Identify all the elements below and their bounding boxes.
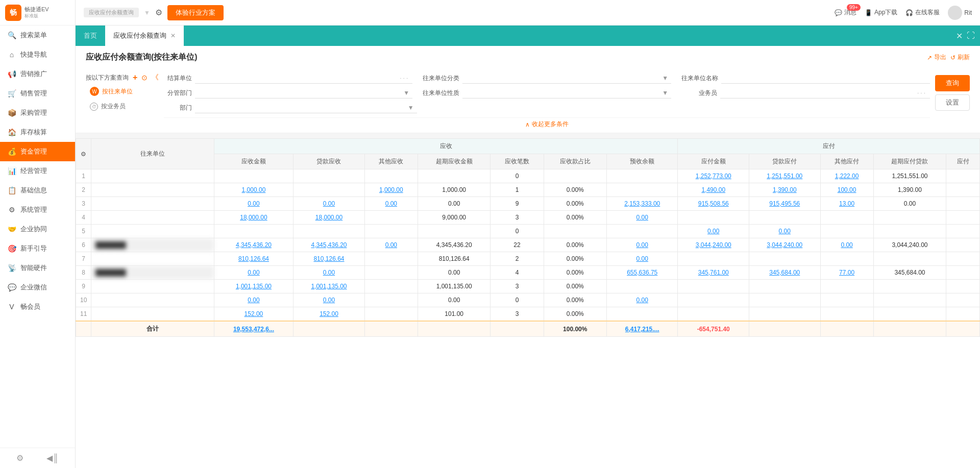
data-cell[interactable]: 152.00 <box>214 307 293 322</box>
data-cell[interactable]: 1,001,135.00 <box>293 280 365 293</box>
data-cell[interactable]: 345,761.00 <box>678 266 749 280</box>
data-cell[interactable]: 0.00 <box>749 225 821 238</box>
data-cell[interactable]: 915,495.56 <box>749 197 821 211</box>
data-cell[interactable]: 3,044,240.00 <box>749 238 821 252</box>
data-cell[interactable] <box>820 280 873 293</box>
add-scheme-icon[interactable]: + <box>133 73 137 82</box>
data-cell[interactable]: 0.00 <box>293 197 365 211</box>
data-cell[interactable] <box>364 225 418 238</box>
filter-scheme-icon[interactable]: ⊙ <box>141 73 148 82</box>
refresh-button[interactable]: ↺ 刷新 <box>950 53 970 62</box>
data-cell[interactable] <box>820 293 873 307</box>
sidebar-item-basic[interactable]: 📋基础信息 <box>0 181 75 200</box>
tab-arbalance[interactable]: 应收应付余额查询 ✕ <box>105 26 184 46</box>
sidebar-item-wechat[interactable]: 💬企业微信 <box>0 278 75 297</box>
collapse-more-btn[interactable]: ∧ 收起更多条件 <box>525 120 569 129</box>
online-service-button[interactable]: 🎧 在线客服 <box>905 8 940 17</box>
data-cell[interactable] <box>364 280 418 293</box>
tab-home[interactable]: 首页 <box>76 26 105 46</box>
data-cell[interactable] <box>364 169 418 183</box>
data-cell[interactable] <box>364 293 418 307</box>
data-cell[interactable]: 1,251,551.00 <box>749 169 821 183</box>
data-cell[interactable]: 18,000.00 <box>214 211 293 225</box>
field-unit-nature-select[interactable]: ▼ <box>462 88 671 98</box>
data-cell[interactable]: 0.00 <box>820 238 873 252</box>
data-cell[interactable] <box>678 252 749 266</box>
sidebar-item-marketing[interactable]: 📢营销推广 <box>0 64 75 84</box>
data-cell[interactable] <box>364 307 418 322</box>
data-cell[interactable]: 100.00 <box>820 183 873 197</box>
data-cell[interactable]: 915,508.56 <box>678 197 749 211</box>
data-cell[interactable]: 0.00 <box>606 211 678 225</box>
data-cell[interactable] <box>749 252 821 266</box>
sidebar-item-search[interactable]: 🔍搜索菜单 <box>0 26 75 45</box>
sidebar-item-collab[interactable]: 🤝企业协同 <box>0 219 75 239</box>
app-download-button[interactable]: 📱 App下载 <box>865 8 897 17</box>
data-cell[interactable]: 1,000.00 <box>214 183 293 197</box>
data-cell[interactable] <box>749 293 821 307</box>
data-cell[interactable] <box>820 211 873 225</box>
data-cell[interactable] <box>364 266 418 280</box>
settings-button[interactable]: 设置 <box>935 94 970 111</box>
data-cell[interactable]: 0.00 <box>214 293 293 307</box>
data-cell[interactable] <box>606 225 678 238</box>
field-dept-select[interactable]: ▼ <box>195 88 412 98</box>
data-cell[interactable]: 810,126.64 <box>293 252 365 266</box>
total-ar-amount[interactable]: 19,553,472,6... <box>214 321 293 337</box>
data-cell[interactable]: 655,636.75 <box>606 266 678 280</box>
export-button[interactable]: ↗ 导出 <box>927 53 946 62</box>
data-cell[interactable]: 152.00 <box>293 307 365 322</box>
data-cell[interactable]: 77.00 <box>820 266 873 280</box>
sidebar-item-vip[interactable]: V畅会员 <box>0 297 75 316</box>
data-cell[interactable]: 0.00 <box>293 266 365 280</box>
tab-close-icon[interactable]: ✕ <box>170 32 176 39</box>
data-cell[interactable]: 0.00 <box>606 293 678 307</box>
field-section-dept-select[interactable]: ▼ <box>195 103 416 113</box>
data-cell[interactable] <box>678 280 749 293</box>
sidebar-item-quicknav[interactable]: ⌂快捷导航 <box>0 45 75 64</box>
data-cell[interactable]: 1,222.00 <box>820 169 873 183</box>
data-cell[interactable] <box>749 307 821 322</box>
data-cell[interactable]: 0.00 <box>606 238 678 252</box>
data-cell[interactable] <box>606 307 678 322</box>
data-cell[interactable]: 1,001,135.00 <box>214 280 293 293</box>
data-cell[interactable]: 1,390.00 <box>749 183 821 197</box>
collapse-scheme-icon[interactable]: 《 <box>152 73 159 82</box>
data-cell[interactable] <box>678 211 749 225</box>
field-unit-category-select[interactable]: ▼ <box>462 73 671 84</box>
data-cell[interactable]: 18,000.00 <box>293 211 365 225</box>
sidebar-item-finance[interactable]: 💰资金管理 <box>0 142 75 161</box>
data-cell[interactable] <box>678 293 749 307</box>
collapse-bottom-icon[interactable]: ◀║ <box>46 453 58 463</box>
sidebar-item-system[interactable]: ⚙系统管理 <box>0 200 75 219</box>
data-cell[interactable]: 0.00 <box>293 293 365 307</box>
message-button[interactable]: 💬 消息 99+ <box>835 8 856 17</box>
data-cell[interactable] <box>293 225 365 238</box>
data-cell[interactable]: 0.00 <box>364 238 418 252</box>
method-by-unit[interactable]: W 按往来单位 <box>86 85 159 97</box>
sidebar-item-mgmt[interactable]: 📊经营管理 <box>0 161 75 181</box>
sidebar-item-purchase[interactable]: 📦采购管理 <box>0 103 75 122</box>
data-cell[interactable]: 0.00 <box>364 197 418 211</box>
tab-expand-icon[interactable]: ⛶ <box>967 31 975 40</box>
total-prepay[interactable]: 6,417,215.... <box>606 321 678 337</box>
table-gear-icon[interactable]: ⚙ <box>81 151 86 158</box>
field-unit-name-input[interactable] <box>721 73 930 84</box>
field-staff-input[interactable]: ··· <box>720 88 930 98</box>
data-cell[interactable]: 345,684.00 <box>749 266 821 280</box>
sidebar-item-warehouse[interactable]: 🏠库存核算 <box>0 122 75 142</box>
settings-bottom-icon[interactable]: ⚙ <box>16 453 23 463</box>
data-cell[interactable] <box>749 280 821 293</box>
header-gear-icon[interactable]: ⚙ <box>155 8 162 17</box>
data-cell[interactable] <box>749 211 821 225</box>
data-cell[interactable]: 3,044,240.00 <box>678 238 749 252</box>
data-cell[interactable]: 0.00 <box>214 197 293 211</box>
data-cell[interactable] <box>820 307 873 322</box>
field-settlement-input[interactable]: ··· <box>195 73 412 84</box>
data-cell[interactable] <box>293 183 365 197</box>
data-cell[interactable] <box>820 252 873 266</box>
promo-button[interactable]: 体验行业方案 <box>167 5 224 20</box>
data-cell[interactable]: 13.00 <box>820 197 873 211</box>
data-cell[interactable] <box>214 169 293 183</box>
user-menu[interactable]: Rit <box>948 6 972 20</box>
